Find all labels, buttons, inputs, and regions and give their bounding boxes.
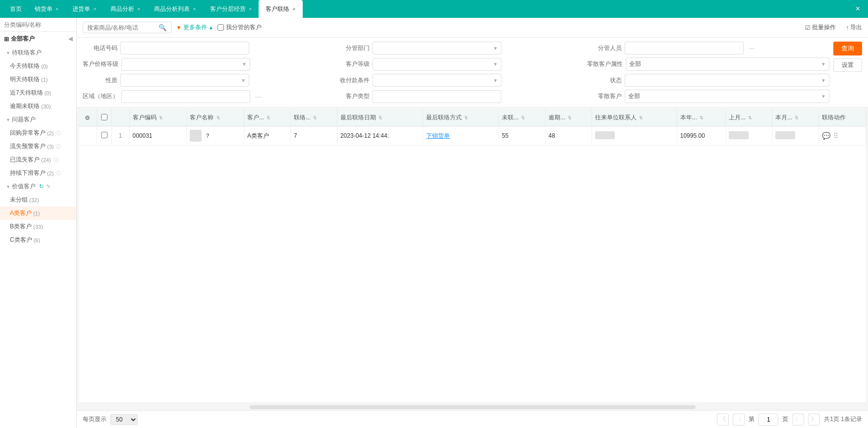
nav-tab-purchase-close[interactable]: × [93,6,96,12]
nature-select[interactable]: ▼ [120,74,249,87]
sidebar-item-abnormal-repurchase[interactable]: 回购异常客户 (2) ⓘ [0,126,76,140]
batch-operation-button[interactable]: ☑ 批量操作 [805,23,836,32]
row-checkbox[interactable] [101,132,108,138]
nav-tab-home[interactable]: 首页 [4,0,28,18]
search-box[interactable]: 🔍 [83,22,172,33]
col-settings[interactable]: ⚙ [79,109,97,126]
sort-icon-this-month[interactable]: ⇅ [795,115,799,120]
sort-icon-contact[interactable]: ⇅ [313,115,317,120]
sidebar-item-churned[interactable]: 已流失客户 (24) ⓘ [0,153,76,166]
nav-tab-customer-tier[interactable]: 客户分层经营 × [203,0,259,18]
select-all-checkbox[interactable] [101,114,108,120]
col-customer-type[interactable]: 客户... ⇅ [244,109,291,126]
qr-icon[interactable]: ⠿ [833,132,838,140]
nav-tab-analysis[interactable]: 商品分析 × [104,0,147,18]
horizontal-scrollbar[interactable] [77,404,868,410]
7day-pending-label: 近7天待联络 [10,89,43,97]
retail-select[interactable]: 全部▼ [625,90,829,103]
collapse-icon[interactable]: ◀ [68,36,72,42]
sort-icon-name[interactable]: ⇅ [217,115,220,120]
sidebar-item-c-class[interactable]: C类客户 (6) [0,233,76,247]
col-customer-code[interactable]: 客户编码 ⇅ [129,109,187,126]
sidebar-problem-group[interactable]: ▼ 问题客户 [0,113,76,126]
sidebar-item-7day-pending[interactable]: 近7天待联络 (0) [0,86,76,100]
per-page-select[interactable]: 50 20 100 [110,414,138,425]
sort-icon-overdue[interactable]: ⇅ [568,115,572,120]
payment-select[interactable]: ▼ [373,74,501,87]
refresh-icon[interactable]: ↻ [39,183,44,190]
sidebar-item-a-class[interactable]: A类客户 (1) [0,207,76,220]
next-page-button[interactable]: 〉 [792,414,804,426]
col-overdue[interactable]: 逾期... ⇅ [545,109,592,126]
sort-icon-method[interactable]: ⇅ [464,115,468,120]
sidebar-value-group[interactable]: ▼ 价值客户 ↻ ✎ [0,180,76,193]
search-icon[interactable]: 🔍 [159,24,166,31]
col-contact-count[interactable]: 联络... ⇅ [290,109,337,126]
close-all-button[interactable]: × [852,4,864,13]
col-customer-name[interactable]: 客户名称 ⇅ [187,109,244,126]
chat-icon[interactable]: 💬 [822,132,830,140]
sort-icon-code[interactable]: ⇅ [159,115,163,120]
nav-tab-customer-contact[interactable]: 客户联络 × [259,0,302,18]
status-select[interactable]: ▼ [625,74,829,87]
sidebar-all-customers-header[interactable]: ⊞ 全部客户 ◀ [0,32,76,46]
col-last-contact-method[interactable]: 最后联络方式 ⇅ [423,109,498,126]
edit-icon[interactable]: ✎ [46,183,51,190]
sort-icon-last-month[interactable]: ⇅ [748,115,752,120]
query-button[interactable]: 查询 [833,42,862,55]
sidebar-item-tomorrow-pending[interactable]: 明天待联络 (1) [0,73,76,86]
nav-tab-sales[interactable]: 销货单 × [28,0,65,18]
sort-icon-company[interactable]: ⇅ [639,115,643,120]
more-filters-button[interactable]: ▼ 更多条件 ▲ [176,23,214,32]
sort-icon-year[interactable]: ⇅ [700,115,704,120]
col-last-month[interactable]: 上月... ⇅ [725,109,772,126]
sidebar-item-b-class[interactable]: B类客户 (33) [0,220,76,233]
sort-icon-type[interactable]: ⇅ [267,115,271,120]
region-select[interactable] [121,90,250,103]
my-customers-checkbox[interactable]: 我分管的客户 [217,23,262,32]
col-last-contact-date[interactable]: 最后联络日期 ⇅ [337,109,423,126]
sidebar-search-input[interactable] [4,21,77,28]
price-grade-select[interactable]: ▼ [121,58,250,71]
sidebar-pending-group[interactable]: ▼ 待联络客户 [0,46,76,59]
nav-tab-analysis-list[interactable]: 商品分析列表 × [147,0,203,18]
my-customers-check[interactable] [217,24,224,31]
sidebar-item-ungrouped[interactable]: 未分组 (32) [0,193,76,207]
sidebar-item-declining[interactable]: 持续下滑客户 (2) ⓘ [0,166,76,180]
phone-input[interactable] [120,42,249,54]
prev-page-button[interactable]: 〈 [733,414,745,426]
col-this-month[interactable]: 本月... ⇅ [772,109,818,126]
page-number-input[interactable] [759,414,778,426]
col-no-contact[interactable]: 未联... ⇅ [499,109,545,126]
person-dots-icon[interactable]: ··· [749,44,755,52]
col-this-year[interactable]: 本年... ⇅ [677,109,725,126]
nav-tab-customer-tier-close[interactable]: × [249,6,252,12]
person-select[interactable] [625,42,744,54]
nav-tab-sales-close[interactable]: × [55,6,58,12]
sort-icon-date[interactable]: ⇅ [379,115,382,120]
retail-attr-select[interactable]: 全部▼ [626,57,829,71]
filter-search-input[interactable] [87,24,157,31]
col-checkbox[interactable] [97,109,111,126]
export-button[interactable]: ↑ 导出 [846,23,862,32]
sidebar-item-churn-warning[interactable]: 流失预警客户 (3) ⓘ [0,140,76,153]
row-last-contact-method[interactable]: 下销货单 [426,132,450,139]
col-company-contact[interactable]: 往来单位联系人 ⇅ [592,109,677,126]
nav-tab-customer-contact-close[interactable]: × [292,6,295,12]
nav-tab-purchase[interactable]: 进货单 × [65,0,103,18]
sidebar-item-overdue-contact[interactable]: 逾期未联络 (30) [0,100,76,113]
dept-select[interactable]: ▼ [373,42,501,54]
last-page-button[interactable]: 》 [808,414,820,426]
customer-type-select[interactable] [373,90,501,103]
sidebar-search-box[interactable]: 🔍 [0,18,76,32]
nav-tab-analysis-close[interactable]: × [137,6,140,12]
sort-icon-no-contact[interactable]: ⇅ [521,115,525,120]
settings-button[interactable]: 设置 [833,58,862,72]
customer-grade-select[interactable]: ▼ [373,58,501,71]
nav-tab-analysis-list-close[interactable]: × [193,6,196,12]
sidebar-item-today-pending[interactable]: 今天待联络 (0) [0,59,76,73]
region-dots-icon[interactable]: ··· [255,93,261,101]
first-page-button[interactable]: 《 [717,414,729,426]
row-checkbox-cell[interactable] [97,126,111,146]
row-last-contact-method-cell[interactable]: 下销货单 [423,126,498,146]
